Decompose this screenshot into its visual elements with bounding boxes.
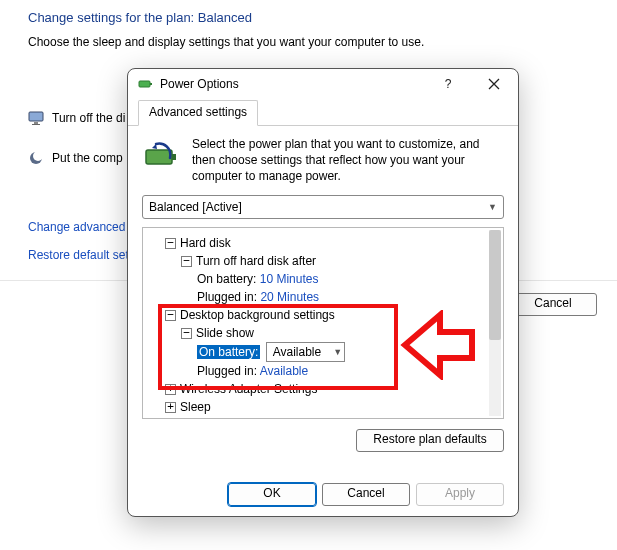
turn-off-display-label: Turn off the di (52, 111, 125, 125)
tab-advanced-settings[interactable]: Advanced settings (138, 100, 258, 126)
scrollbar-thumb[interactable] (489, 230, 501, 340)
collapse-icon[interactable]: − (165, 310, 176, 321)
tree-hd-on-battery[interactable]: On battery: 10 Minutes (197, 270, 503, 288)
chevron-down-icon: ▼ (488, 202, 497, 212)
collapse-icon[interactable]: − (181, 328, 192, 339)
dialog-intro: Select the power plan that you want to c… (192, 136, 504, 185)
chevron-down-icon: ▼ (333, 343, 342, 361)
collapse-icon[interactable]: − (165, 238, 176, 249)
svg-rect-0 (29, 112, 43, 121)
restore-default-link[interactable]: Restore default set (28, 248, 129, 262)
tree-scrollbar[interactable] (489, 230, 501, 416)
background-cancel-button[interactable]: Cancel (509, 293, 597, 316)
put-sleep-label: Put the comp (52, 151, 123, 165)
tree-usb[interactable]: +USB settings (165, 416, 503, 419)
dialog-title: Power Options (160, 77, 422, 91)
battery-icon (138, 76, 154, 92)
tree-turn-off-hd[interactable]: −Turn off hard disk after On battery: 10… (181, 252, 503, 306)
expand-icon[interactable]: + (165, 402, 176, 413)
help-button[interactable]: ? (428, 70, 468, 98)
apply-button: Apply (416, 483, 504, 506)
power-options-dialog: Power Options ? Advanced settings Select… (127, 68, 519, 517)
ss-plugged-value[interactable]: Available (260, 364, 308, 378)
ss-on-battery-combo[interactable]: Available ▼ (266, 342, 345, 362)
svg-rect-7 (146, 150, 172, 164)
hd-on-battery-value[interactable]: 10 Minutes (260, 272, 319, 286)
page-title: Change settings for the plan: Balanced (28, 10, 589, 25)
tree-desktop-bg[interactable]: −Desktop background settings −Slide show… (165, 306, 503, 380)
plan-dropdown-value: Balanced [Active] (149, 200, 242, 214)
power-plan-icon (142, 136, 182, 185)
tree-hard-disk[interactable]: −Hard disk −Turn off hard disk after On … (165, 234, 503, 306)
cancel-button[interactable]: Cancel (322, 483, 410, 506)
ok-button[interactable]: OK (228, 483, 316, 506)
svg-rect-6 (150, 83, 152, 85)
svg-point-4 (33, 151, 43, 161)
tab-bar: Advanced settings (128, 99, 518, 126)
tree-sleep[interactable]: +Sleep (165, 398, 503, 416)
ss-on-battery-label: On battery: (197, 345, 260, 359)
close-icon (488, 78, 500, 90)
svg-rect-2 (32, 124, 40, 125)
tree-ss-plugged[interactable]: Plugged in: Available (197, 362, 503, 380)
tree-wireless[interactable]: +Wireless Adapter Settings (165, 380, 503, 398)
tree-hd-plugged[interactable]: Plugged in: 20 Minutes (197, 288, 503, 306)
tree-ss-on-battery[interactable]: On battery: Available ▼ (197, 342, 503, 362)
moon-icon (28, 150, 44, 166)
svg-rect-8 (172, 154, 176, 160)
settings-tree: −Hard disk −Turn off hard disk after On … (142, 227, 504, 419)
expand-icon[interactable]: + (165, 384, 176, 395)
hd-plugged-value[interactable]: 20 Minutes (260, 290, 319, 304)
monitor-icon (28, 110, 44, 126)
tree-slideshow[interactable]: −Slide show On battery: Available ▼ (181, 324, 503, 380)
close-button[interactable] (474, 70, 514, 98)
svg-rect-5 (139, 81, 150, 87)
svg-rect-1 (34, 122, 38, 124)
page-subtitle: Choose the sleep and display settings th… (28, 35, 589, 49)
collapse-icon[interactable]: − (181, 256, 192, 267)
restore-plan-defaults-button[interactable]: Restore plan defaults (356, 429, 504, 452)
dialog-titlebar: Power Options ? (128, 69, 518, 99)
plan-dropdown[interactable]: Balanced [Active] ▼ (142, 195, 504, 219)
ss-on-battery-value: Available (273, 343, 321, 361)
change-advanced-link[interactable]: Change advanced (28, 220, 129, 234)
